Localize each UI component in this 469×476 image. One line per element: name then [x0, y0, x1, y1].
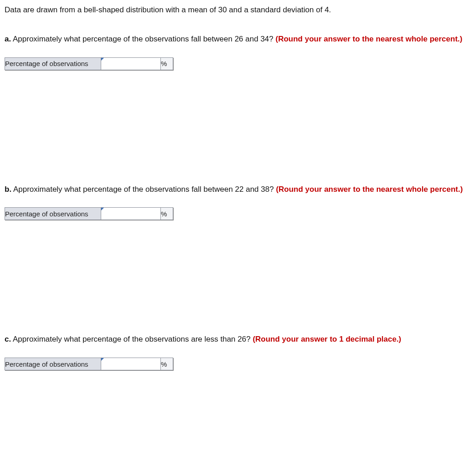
part-a-hint: (Round your answer to the nearest whole … [275, 35, 462, 43]
part-c-input-cell [101, 358, 161, 370]
part-a-answer-table: Percentage of observations % [5, 57, 173, 70]
table-row: Percentage of observations % [5, 358, 173, 370]
part-c-label: c. [5, 335, 11, 343]
part-a-input-cell [101, 57, 161, 70]
part-a-prompt: a. Approximately what percentage of the … [5, 34, 464, 45]
part-c-unit: % [161, 358, 173, 370]
part-b-answer-table: Percentage of observations % [5, 207, 173, 220]
part-a: a. Approximately what percentage of the … [5, 34, 464, 70]
part-a-label: a. [5, 35, 11, 43]
part-c-prompt: c. Approximately what percentage of the … [5, 334, 464, 345]
part-b-unit: % [161, 208, 173, 220]
part-a-row-label: Percentage of observations [5, 57, 101, 70]
part-b-prompt: b. Approximately what percentage of the … [5, 184, 464, 195]
part-c: c. Approximately what percentage of the … [5, 334, 464, 370]
part-b-label: b. [5, 185, 11, 194]
intro-text: Data are drawn from a bell-shaped distri… [5, 5, 464, 15]
part-b-question: Approximately what percentage of the obs… [13, 185, 274, 194]
part-a-unit: % [161, 57, 173, 70]
part-c-question: Approximately what percentage of the obs… [13, 335, 251, 343]
part-b-hint: (Round your answer to the nearest whole … [276, 185, 463, 194]
table-row: Percentage of observations % [5, 57, 173, 70]
part-b: b. Approximately what percentage of the … [5, 184, 464, 220]
table-row: Percentage of observations % [5, 208, 173, 220]
part-b-row-label: Percentage of observations [5, 208, 101, 220]
part-a-question: Approximately what percentage of the obs… [13, 35, 273, 43]
part-b-input-cell [101, 208, 161, 220]
part-c-hint: (Round your answer to 1 decimal place.) [253, 335, 401, 343]
part-c-answer-table: Percentage of observations % [5, 358, 173, 370]
spacer [5, 84, 464, 184]
part-b-input[interactable] [101, 208, 160, 220]
part-c-row-label: Percentage of observations [5, 358, 101, 370]
part-c-input[interactable] [101, 358, 160, 370]
part-a-input[interactable] [101, 58, 160, 70]
spacer [5, 234, 464, 334]
